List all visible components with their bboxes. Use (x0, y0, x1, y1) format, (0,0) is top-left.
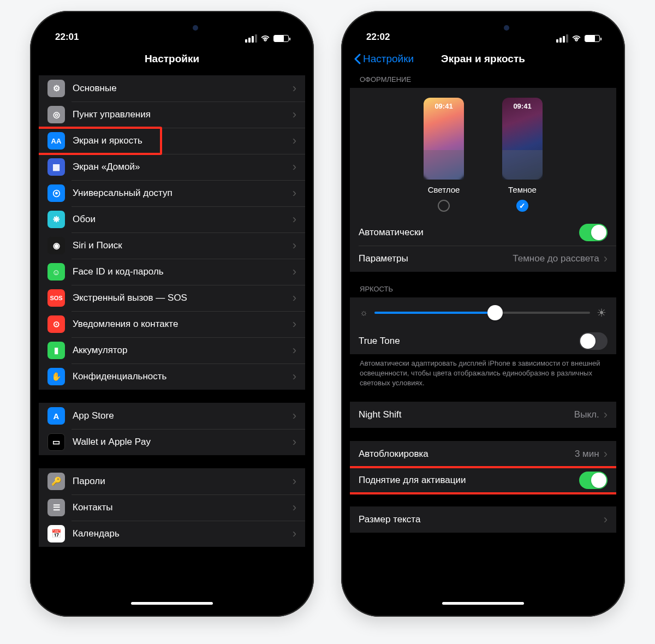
ic-cc-icon: ◎ (47, 106, 65, 123)
settings-row[interactable]: ⦿Универсальный доступ› (39, 180, 305, 206)
settings-row[interactable]: ⊙Уведомления о контакте› (39, 311, 305, 337)
settings-row[interactable]: ☰Контакты› (39, 494, 305, 521)
chevron-icon: › (293, 134, 296, 148)
settings-list[interactable]: ⚙Основные›◎Пункт управления›AAЭкран и яр… (39, 73, 305, 608)
row-label: Wallet и Apple Pay (73, 437, 293, 448)
chevron-icon: › (604, 512, 608, 527)
wifi-icon (260, 35, 270, 42)
phone-left: 22:01 Настройки ⚙Основные›◎Пункт управле… (30, 11, 314, 617)
display-settings[interactable]: ОФОРМЛЕНИЕ 09:41 Светлое 09:41 Темное Ав… (350, 73, 616, 608)
row-nightshift[interactable]: Night Shift Выкл. › (350, 402, 616, 428)
settings-row[interactable]: SOSЭкстренный вызов — SOS› (39, 285, 305, 311)
nightshift-value: Выкл. (574, 409, 599, 420)
chevron-icon: › (293, 500, 296, 515)
chevron-icon: › (293, 474, 296, 488)
battery-icon (585, 35, 600, 42)
toggle-truetone[interactable] (579, 332, 608, 350)
row-automatic[interactable]: Автоматически (350, 219, 616, 246)
params-label: Параметры (359, 253, 513, 264)
ic-sos-icon: SOS (47, 289, 65, 307)
chevron-icon: › (293, 81, 296, 96)
row-label: Уведомления о контакте (73, 319, 293, 330)
light-preview: 09:41 (424, 98, 464, 180)
radio-dark[interactable] (516, 200, 528, 212)
light-label: Светлое (424, 185, 464, 194)
row-label: Пункт управления (73, 109, 293, 120)
chevron-icon: › (604, 408, 608, 422)
row-autolock[interactable]: Автоблокировка 3 мин › (350, 441, 616, 467)
ic-wallet-icon: ▭ (47, 433, 65, 451)
ic-siri-icon: ◉ (47, 237, 65, 254)
settings-row[interactable]: ✋Конфиденциальность› (39, 363, 305, 390)
back-button[interactable]: Настройки (354, 45, 414, 73)
sun-big-icon: ☀ (597, 306, 606, 319)
autolock-label: Автоблокировка (359, 449, 575, 460)
ic-display-icon: AA (47, 132, 65, 150)
row-label: Обои (73, 214, 293, 225)
row-text-size[interactable]: Размер текста › (350, 506, 616, 533)
page-title: Экран и яркость (441, 53, 525, 65)
row-label: Face ID и код-пароль (73, 266, 293, 277)
chevron-icon: › (293, 160, 296, 174)
settings-row[interactable]: ❋Обои› (39, 206, 305, 232)
chevron-icon: › (604, 447, 608, 461)
automatic-label: Автоматически (359, 227, 579, 238)
toggle-automatic[interactable] (579, 224, 608, 241)
status-icons (556, 34, 600, 43)
chevron-icon: › (293, 108, 296, 122)
nav-bar: Настройки (39, 45, 305, 73)
ic-priv-icon: ✋ (47, 368, 65, 385)
row-brightness-slider: ☼ ☀ (350, 297, 616, 328)
ic-contacts-icon: ☰ (47, 499, 65, 516)
autolock-value: 3 мин (575, 449, 599, 460)
chevron-icon: › (293, 186, 296, 200)
settings-row[interactable]: 🔑Пароли› (39, 468, 305, 494)
raise-label: Поднятие для активации (359, 475, 579, 486)
status-time: 22:02 (366, 32, 390, 43)
ic-pass-icon: 🔑 (47, 473, 65, 490)
settings-row[interactable]: ▮Аккумулятор› (39, 337, 305, 363)
ic-home-icon: ▦ (47, 158, 65, 176)
radio-light[interactable] (438, 200, 450, 212)
row-raise-to-wake[interactable]: Поднятие для активации (350, 467, 616, 493)
ic-batt-icon: ▮ (47, 342, 65, 359)
settings-row[interactable]: ▦Экран «Домой»› (39, 154, 305, 180)
row-truetone[interactable]: True Tone (350, 328, 616, 354)
sun-small-icon: ☼ (360, 308, 368, 318)
toggle-raise[interactable] (579, 472, 608, 489)
settings-row[interactable]: ◉Siri и Поиск› (39, 232, 305, 259)
appearance-dark[interactable]: 09:41 Темное (502, 98, 543, 212)
notch (428, 20, 538, 36)
chevron-icon: › (293, 527, 296, 541)
chevron-icon: › (293, 212, 296, 226)
settings-row[interactable]: AApp Store› (39, 403, 305, 429)
section-appearance: ОФОРМЛЕНИЕ (350, 75, 616, 88)
settings-row[interactable]: ▭Wallet и Apple Pay› (39, 429, 305, 455)
page-title: Настройки (145, 53, 199, 65)
appearance-row: 09:41 Светлое 09:41 Темное (350, 88, 616, 219)
settings-row[interactable]: ◎Пункт управления› (39, 102, 305, 128)
home-indicator[interactable] (131, 602, 213, 605)
brightness-slider[interactable] (374, 312, 590, 314)
appearance-light[interactable]: 09:41 Светлое (424, 98, 464, 212)
settings-row[interactable]: 📅Календарь› (39, 521, 305, 547)
row-label: Контакты (73, 502, 293, 513)
chevron-icon: › (293, 238, 296, 253)
nav-bar: Настройки Экран и яркость (350, 45, 616, 73)
notch (117, 20, 227, 36)
truetone-label: True Tone (359, 336, 579, 347)
textsize-label: Размер текста (359, 514, 604, 525)
row-label: Основные (73, 83, 293, 94)
settings-row[interactable]: ☺Face ID и код-пароль› (39, 259, 305, 285)
settings-row[interactable]: AAЭкран и яркость› (39, 128, 305, 154)
chevron-icon: › (604, 252, 608, 266)
chevron-icon: › (293, 435, 296, 449)
row-label: Календарь (73, 528, 293, 539)
settings-row[interactable]: ⚙Основные› (39, 75, 305, 102)
chevron-icon: › (293, 317, 296, 331)
ic-gear-icon: ⚙ (47, 80, 65, 97)
row-label: Конфиденциальность (73, 371, 293, 382)
home-indicator[interactable] (442, 602, 524, 605)
row-params[interactable]: Параметры Темное до рассвета › (350, 246, 616, 272)
row-label: Экран «Домой» (73, 162, 293, 172)
